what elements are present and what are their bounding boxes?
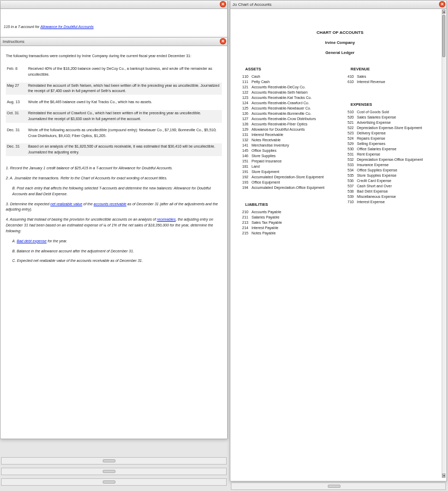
account-row: 535Store Supplies Expense [344, 174, 441, 177]
coa-body: CHART OF ACCOUNTS Irvine Company General… [230, 9, 446, 242]
account-row: 192Accumulated Depreciation-Store Equipm… [239, 175, 336, 179]
account-number: 520 [344, 115, 354, 119]
account-number: 530 [344, 147, 354, 151]
account-name: Accumulated Depreciation-Office Equipmen… [252, 186, 336, 189]
account-row: 539Miscellaneous Expense [344, 195, 441, 198]
account-row: 533Insurance Expense [344, 163, 441, 167]
account-number: 210 [239, 210, 248, 214]
account-name: Sales Tax Payable [252, 221, 336, 224]
revenue-heading: REVENUE [351, 67, 441, 71]
transaction-date: May 27 [6, 83, 27, 95]
coa-header: Jo Chart of Accounts [230, 1, 446, 9]
account-row: 536Credit Card Expense [344, 179, 441, 183]
scroll-up-icon[interactable]: ▲ [442, 10, 445, 14]
account-number: 211 [239, 215, 248, 219]
scroll-thumb[interactable] [442, 15, 445, 57]
h-scrollbar[interactable] [1, 457, 227, 465]
transaction-date: Dec. 31 [6, 127, 27, 140]
account-row: 122Accounts Receivable-Seth Nelsen [239, 90, 336, 94]
coa-left-col: ASSETS 110Cash111Petty Cash121Accounts R… [239, 65, 336, 237]
vertical-scrollbar[interactable]: ▲ ▼ [442, 10, 446, 478]
transaction-text: Reinstated the account of Seth Nelsen, w… [27, 83, 222, 95]
background-panel: 115 in a T-account for Allowance for Dou… [0, 0, 228, 42]
account-name: Office Salaries Expense [357, 147, 441, 151]
account-number: 124 [239, 101, 248, 105]
account-name: Advertising Expense [357, 121, 441, 124]
account-name: Office Equipment [252, 180, 336, 184]
transaction-row: Feb. 8Received 40% of the $18,200 balanc… [6, 66, 222, 78]
h-scrollbar[interactable] [1, 468, 227, 475]
ar-link[interactable]: accounts receivable [94, 202, 127, 206]
account-number: 536 [344, 179, 354, 183]
h-scrollbar[interactable] [231, 483, 446, 490]
bad-debt-link[interactable]: Bad debt expense [17, 239, 47, 243]
account-number: 523 [344, 131, 354, 135]
transaction-text: Received 40% of the $18,200 balance owed… [27, 66, 222, 78]
h-scrollbar[interactable] [1, 478, 227, 486]
account-number: 123 [239, 96, 248, 99]
account-name: Prepaid Insurance [252, 159, 336, 163]
h-scroll-handle[interactable] [103, 470, 115, 473]
transaction-row: Aug. 13Wrote off the $6,465 balance owed… [6, 99, 222, 106]
task-4: 4. Assuming that instead of basing the p… [6, 217, 222, 234]
account-row: 125Accounts Receivable-Newbauer Co. [239, 106, 336, 110]
transaction-row: Dec. 31Wrote off the following accounts … [6, 127, 222, 140]
account-name: Allowance for Doubtful Accounts [252, 128, 336, 131]
task-4c: C. Expected net realizable value of the … [12, 258, 222, 264]
account-number: 539 [344, 195, 354, 198]
account-name: Accounts Receivable-DeCoy Co. [252, 85, 336, 89]
h-scroll-handle[interactable] [328, 485, 341, 488]
account-row: 111Petty Cash [239, 80, 336, 84]
account-number: 193 [239, 180, 248, 184]
bg-panel-header [1, 1, 227, 9]
account-row: 127Accounts Receivable-Crow Distributors [239, 117, 336, 121]
h-scroll-handle[interactable] [103, 480, 115, 484]
account-row: 132Notes Receivable [239, 138, 336, 142]
account-name: Accounts Receivable-Crawford Co. [252, 101, 336, 105]
h-scroll-handle[interactable] [103, 459, 115, 462]
account-row: 537Cash Short and Over [344, 184, 441, 188]
close-icon[interactable] [220, 38, 226, 44]
account-name: Notes Receivable [252, 138, 336, 142]
allowance-link[interactable]: Allowance for Doubtful Accounts [40, 25, 94, 29]
account-number: 131 [239, 133, 248, 137]
account-name: Bad Debt Expense [357, 189, 441, 193]
instructions-panel: Instructions The following transactions … [0, 37, 228, 439]
account-number: 524 [344, 137, 354, 140]
account-name: Interest Payable [252, 226, 336, 230]
account-number: 191 [239, 170, 248, 174]
close-icon[interactable] [439, 1, 445, 7]
account-row: 521Advertising Expense [344, 121, 441, 124]
account-number: 529 [344, 142, 354, 146]
account-number: 127 [239, 117, 248, 121]
transaction-row: May 27Reinstated the account of Seth Nel… [6, 83, 222, 95]
close-icon[interactable] [220, 1, 226, 7]
account-row: 210Accounts Payable [239, 210, 336, 214]
receivables-link[interactable]: receivables [157, 217, 175, 221]
account-name: Credit Card Expense [357, 179, 441, 183]
expenses-list: 510Cost of Goods Sold520Sales Salaries E… [344, 110, 441, 204]
scroll-down-icon[interactable]: ▼ [442, 474, 445, 478]
transaction-date: Oct. 31 [6, 110, 27, 123]
nrv-link[interactable]: net realizable value [50, 202, 82, 206]
account-number: 132 [239, 138, 248, 142]
transaction-row: Dec. 31Based on an analysis of the $1,82… [6, 143, 222, 156]
account-number: 531 [344, 152, 354, 156]
bg-fragment-text: 115 in a T-account for [4, 25, 40, 29]
transaction-date: Aug. 13 [6, 99, 27, 106]
account-name: Insurance Expense [357, 163, 441, 167]
assets-heading: ASSETS [245, 67, 336, 71]
task-1: 1. Record the January 1 credit balance o… [6, 166, 222, 171]
account-number: 151 [239, 159, 248, 163]
account-name: Delivery Expense [357, 131, 441, 135]
account-number: 538 [344, 189, 354, 193]
account-row: 193Office Equipment [239, 180, 336, 184]
t3-pre: 3. Determine the expected [6, 202, 50, 206]
account-row: 532Depreciation Expense-Office Equipment [344, 158, 441, 161]
account-row: 124Accounts Receivable-Crawford Co. [239, 101, 336, 105]
account-name: Salaries Payable [252, 215, 336, 219]
account-number: 521 [344, 121, 354, 124]
liabilities-heading: LIABILITIES [245, 202, 336, 207]
t4a-post: for the year. [47, 239, 67, 243]
account-number: 410 [344, 75, 354, 78]
